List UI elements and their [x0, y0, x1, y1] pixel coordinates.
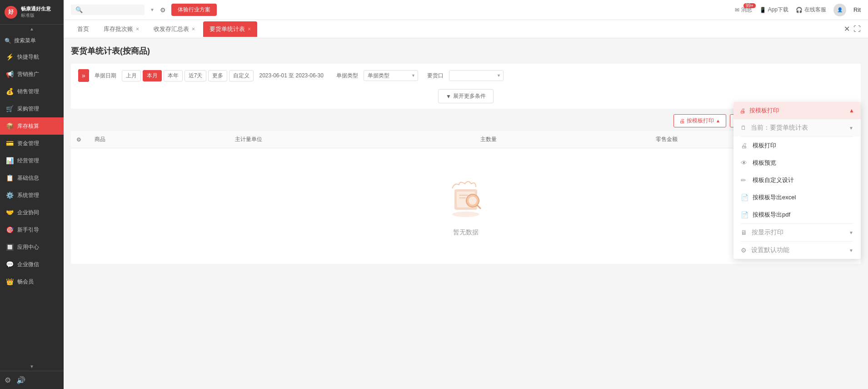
date-btn-last-month[interactable]: 上月 — [122, 70, 141, 81]
sound-bottom-icon[interactable]: 🔊 — [16, 376, 25, 384]
sidebar-scroll-up[interactable]: ▲ — [0, 25, 64, 33]
tab-receipt-summary[interactable]: 收发存汇总表 × — [147, 21, 201, 37]
sidebar-search[interactable]: 🔍 搜索菜单 — [0, 33, 64, 48]
date-btn-this-month[interactable]: 本月 — [143, 70, 162, 81]
sidebar-item-basic-info[interactable]: 📋 基础信息 — [0, 169, 64, 187]
settings-bottom-icon[interactable]: ⚙ — [5, 376, 11, 384]
sidebar-item-inventory[interactable]: 📦 库存核算 — [0, 117, 64, 135]
date-label: 单据日期 — [95, 72, 116, 80]
dropdown-item-template-custom[interactable]: ✏ 模板自定义设计 — [733, 172, 861, 189]
sidebar-item-marketing[interactable]: 📢 营销推广 — [0, 66, 64, 83]
sidebar-item-operations[interactable]: 📊 经营管理 — [0, 152, 64, 169]
order-goods-select[interactable] — [449, 70, 504, 81]
dropdown-set-default-section[interactable]: ⚙ 设置默认功能 ▼ — [733, 242, 861, 259]
display-print-label: 按显示打印 — [752, 228, 783, 237]
template-custom-icon: ✏ — [741, 177, 748, 184]
th-goods: 商品 — [89, 131, 229, 148]
app-download-label: App下载 — [768, 6, 788, 14]
sidebar-item-app-center[interactable]: 🔲 应用中心 — [0, 238, 64, 256]
set-default-arrow: ▼ — [849, 248, 853, 253]
close-window-btn[interactable]: ✕ — [844, 25, 850, 33]
sidebar-item-enterprise-wechat[interactable]: 💬 企业微信 — [0, 256, 64, 273]
enterprise-wechat-icon: 💬 — [5, 260, 14, 268]
online-service-btn[interactable]: 🎧 在线客服 — [796, 6, 826, 14]
date-btn-more[interactable]: 更多 — [208, 70, 227, 81]
topbar-right: ✉ 消息 99+ 📱 App下载 🎧 在线客服 👤 Rit — [735, 4, 861, 16]
sidebar-item-label: 资金管理 — [17, 140, 39, 147]
date-btn-7days[interactable]: 近7天 — [185, 70, 207, 81]
gear-icon[interactable]: ⚙ — [160, 6, 166, 14]
sidebar-item-newbie[interactable]: 🎯 新手引导 — [0, 221, 64, 238]
dropdown-current-section[interactable]: 🗒 当前：要货单统计表 ▼ — [733, 119, 861, 136]
tabs-bar: 首页 库存批次账 × 收发存汇总表 × 要货单统计表 × ✕ ⛶ — [64, 20, 868, 38]
maximize-btn[interactable]: ⛶ — [853, 25, 861, 33]
download-icon: 📱 — [759, 7, 766, 13]
template-preview-label: 模板预览 — [753, 159, 776, 167]
receipt-summary-label: 收发存汇总表 — [154, 25, 189, 33]
order-stats-label: 要货单统计表 — [210, 25, 245, 33]
print-template-btn[interactable]: 🖨 按模板打印 ▲ — [673, 114, 726, 127]
sidebar-item-label: 新手引导 — [17, 226, 39, 234]
sidebar-item-finance[interactable]: 💳 资金管理 — [0, 135, 64, 152]
template-excel-icon: 📄 — [741, 194, 748, 201]
sidebar-search-label: 搜索菜单 — [14, 37, 36, 45]
sidebar-item-system[interactable]: ⚙️ 系统管理 — [0, 187, 64, 204]
messages-btn[interactable]: ✉ 消息 99+ — [735, 6, 752, 14]
tab-inventory-batch[interactable]: 库存批次账 × — [97, 21, 145, 37]
main-content: 🔍 ▼ ⚙ 体验行业方案 ✉ 消息 99+ 📱 App下载 🎧 在线客服 👤 R — [64, 0, 868, 389]
topbar-dropdown-icon[interactable]: ▼ — [150, 7, 155, 12]
date-btn-custom[interactable]: 自定义 — [229, 70, 254, 81]
sidebar-item-label: 库存核算 — [17, 122, 39, 130]
search-input[interactable] — [85, 7, 140, 13]
tab-receipt-summary-close[interactable]: × — [192, 26, 195, 32]
sidebar-scroll-down[interactable]: ▼ — [0, 362, 64, 371]
dropdown-item-template-print[interactable]: 🖨 模板打印 — [733, 137, 861, 154]
online-service-label: 在线客服 — [804, 6, 826, 14]
order-type-select[interactable]: 单据类型 — [364, 70, 418, 81]
th-settings[interactable]: ⚙ — [71, 131, 89, 148]
dropdown-header-right: ▲ — [849, 107, 854, 114]
tab-order-stats-close[interactable]: × — [248, 26, 251, 32]
sidebar-item-label: 企业微信 — [17, 261, 39, 268]
system-icon: ⚙️ — [5, 191, 14, 199]
filter-expand-btn[interactable]: » — [78, 69, 89, 82]
sidebar-item-label: 采购管理 — [17, 105, 39, 113]
topbar-search-icon: 🔍 — [75, 6, 83, 13]
dropdown-item-template-excel[interactable]: 📄 按模板导出excel — [733, 189, 861, 206]
sidebar-item-enterprise[interactable]: 🤝 企业协同 — [0, 204, 64, 221]
expand-more-icon: ▼ — [446, 93, 451, 100]
avatar[interactable]: 👤 — [833, 4, 846, 16]
sidebar-item-label: 经营管理 — [17, 157, 39, 165]
date-btn-this-year[interactable]: 本年 — [164, 70, 183, 81]
current-template: 🗒 当前：要货单统计表 — [741, 124, 808, 132]
sidebar-item-quick-nav[interactable]: ⚡ 快捷导航 — [0, 48, 64, 66]
sidebar-item-sales[interactable]: 💰 销售管理 — [0, 83, 64, 100]
dropdown-display-print-section[interactable]: 🖥 按显示打印 ▼ — [733, 224, 861, 241]
app-download-btn[interactable]: 📱 App下载 — [759, 6, 788, 14]
dropdown-collapse-icon[interactable]: ▲ — [849, 107, 854, 114]
dropdown-item-template-preview[interactable]: 👁 模板预览 — [733, 154, 861, 172]
operations-icon: 📊 — [5, 157, 14, 165]
dropdown-title: 🖨 按模板打印 — [740, 106, 779, 115]
print-dropdown-panel: 🖨 按模板打印 ▲ 🗒 当前：要货单统计表 ▼ 🖨 模板打印 — [733, 102, 861, 259]
avatar-placeholder: 👤 — [837, 7, 843, 12]
tab-inventory-batch-close[interactable]: × — [136, 26, 139, 32]
tab-home[interactable]: 首页 — [71, 21, 95, 37]
print-btn-wrapper: 🖨 按模板打印 ▲ — [673, 114, 726, 127]
trial-btn[interactable]: 体验行业方案 — [171, 4, 217, 16]
dropdown-item-template-pdf[interactable]: 📄 按模板导出pdf — [733, 206, 861, 223]
empty-text: 暂无数据 — [453, 228, 479, 237]
order-goods-select-wrapper — [449, 70, 504, 81]
sidebar-item-members[interactable]: 👑 畅会员 — [0, 273, 64, 290]
tab-order-stats[interactable]: 要货单统计表 × — [203, 21, 257, 37]
topbar-search-box[interactable]: 🔍 — [71, 5, 145, 15]
date-buttons: 上月 本月 本年 近7天 更多 自定义 — [122, 70, 254, 81]
expand-more-btn[interactable]: ▼ 展开更多条件 — [438, 89, 494, 103]
enterprise-icon: 🤝 — [5, 208, 14, 217]
sales-icon: 💰 — [5, 87, 14, 96]
expand-icon: » — [82, 72, 85, 79]
sidebar-item-label: 营销推广 — [17, 71, 39, 78]
content-area: 要货单统计表(按商品) » 单据日期 上月 本月 本年 近7天 更多 自定义 2… — [64, 38, 868, 389]
sidebar-item-purchase[interactable]: 🛒 采购管理 — [0, 100, 64, 117]
sidebar-item-label: 系统管理 — [17, 192, 39, 199]
